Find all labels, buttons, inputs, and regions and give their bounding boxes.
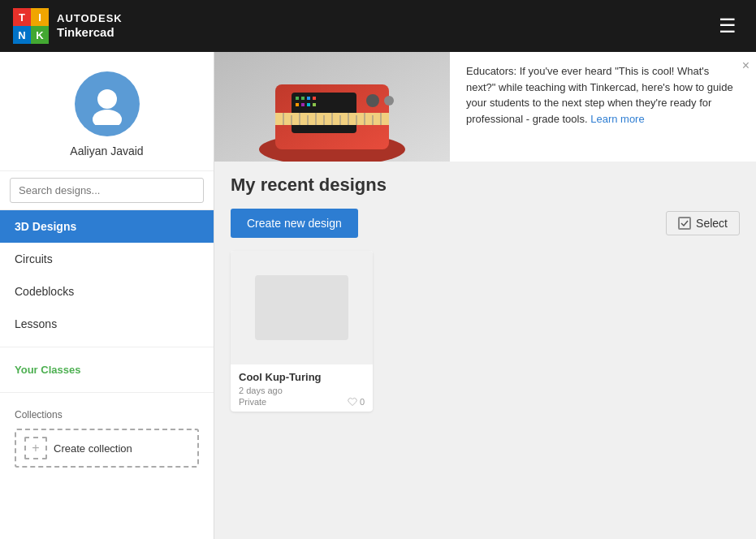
- create-collection-label: Create collection: [54, 442, 132, 455]
- logo-k: K: [31, 26, 49, 44]
- sidebar-item-3d-designs[interactable]: 3D Designs: [0, 210, 214, 243]
- design-card-privacy: Private: [239, 397, 266, 407]
- select-button[interactable]: Select: [666, 211, 740, 235]
- content-area: Educators: If you've ever heard "This is…: [214, 52, 756, 539]
- svg-rect-22: [296, 97, 299, 100]
- sidebar-item-lessons[interactable]: Lessons: [0, 308, 214, 340]
- likes-count: 0: [348, 397, 365, 407]
- banner-text-section: Educators: If you've ever heard "This is…: [450, 52, 756, 162]
- logo-n: N: [13, 26, 31, 44]
- brand: T I N K AUTODESK Tinkercad: [13, 8, 123, 44]
- username-label: Aaliyan Javaid: [70, 144, 143, 157]
- sidebar-nav: 3D Designs Circuits Codeblocks Lessons: [0, 210, 214, 340]
- search-container: [0, 170, 214, 210]
- svg-rect-31: [255, 275, 348, 340]
- sidebar: Aaliyan Javaid 3D Designs Circuits Codeb…: [0, 52, 214, 539]
- design-card-footer: Private 0: [239, 397, 365, 407]
- design-card-info: Cool Kup-Turing 2 days ago Private 0: [231, 364, 373, 412]
- divider-2: [0, 392, 214, 393]
- designs-section: My recent designs Create new design Sele…: [214, 162, 756, 425]
- avatar: [75, 71, 140, 136]
- divider-1: [0, 347, 214, 347]
- svg-rect-23: [301, 97, 305, 100]
- avatar-icon: [86, 83, 128, 125]
- banner-image-svg: [214, 52, 450, 162]
- sidebar-item-circuits[interactable]: Circuits: [0, 243, 214, 275]
- svg-rect-26: [296, 103, 299, 106]
- collections-section: Collections + Create collection: [0, 399, 214, 477]
- main-layout: Aaliyan Javaid 3D Designs Circuits Codeb…: [0, 52, 756, 539]
- section-title: My recent designs: [231, 175, 740, 196]
- svg-point-20: [366, 94, 379, 107]
- svg-point-21: [384, 96, 394, 106]
- navbar: T I N K AUTODESK Tinkercad ☰: [0, 0, 756, 52]
- sidebar-item-codeblocks[interactable]: Codeblocks: [0, 275, 214, 308]
- search-input[interactable]: [10, 178, 204, 203]
- design-card-image: [231, 251, 373, 364]
- select-button-label: Select: [696, 217, 728, 230]
- design-card-name: Cool Kup-Turing: [239, 371, 365, 383]
- brand-text: AUTODESK Tinkercad: [57, 12, 123, 40]
- designs-grid: Cool Kup-Turing 2 days ago Private 0: [231, 251, 740, 412]
- design-thumbnail: [231, 251, 373, 364]
- learn-more-link[interactable]: Learn more: [590, 113, 644, 125]
- checkbox-icon: [678, 217, 691, 230]
- designs-toolbar: Create new design Select: [231, 209, 740, 238]
- design-card[interactable]: Cool Kup-Turing 2 days ago Private 0: [231, 251, 373, 412]
- svg-rect-24: [307, 97, 310, 100]
- plus-icon: +: [24, 437, 47, 459]
- avatar-section: Aaliyan Javaid: [0, 52, 214, 170]
- collections-label: Collections: [15, 409, 199, 420]
- hamburger-button[interactable]: ☰: [712, 8, 743, 44]
- svg-rect-28: [307, 103, 310, 106]
- your-classes-link[interactable]: Your Classes: [0, 354, 214, 386]
- banner: Educators: If you've ever heard "This is…: [214, 52, 756, 162]
- design-card-date: 2 days ago: [239, 386, 365, 395]
- create-new-design-button[interactable]: Create new design: [231, 209, 358, 238]
- logo-i: I: [31, 8, 49, 26]
- svg-point-1: [93, 110, 122, 125]
- svg-rect-25: [313, 97, 316, 100]
- svg-rect-27: [301, 103, 305, 106]
- svg-point-0: [97, 89, 117, 109]
- logo-t: T: [13, 8, 31, 26]
- tinkercad-label: Tinkercad: [57, 25, 123, 40]
- autodesk-label: AUTODESK: [57, 12, 123, 25]
- logo: T I N K: [13, 8, 49, 44]
- svg-rect-29: [313, 103, 316, 106]
- banner-image: [214, 52, 450, 162]
- banner-close-button[interactable]: ×: [742, 58, 750, 73]
- create-collection-button[interactable]: + Create collection: [15, 429, 199, 468]
